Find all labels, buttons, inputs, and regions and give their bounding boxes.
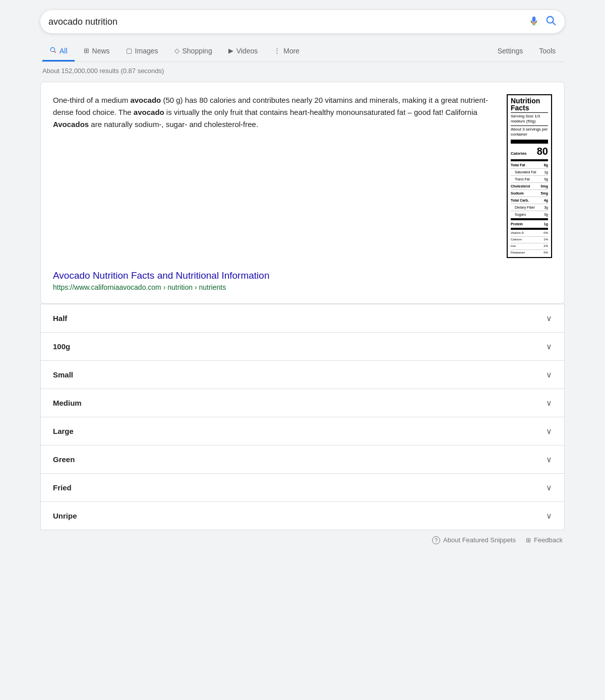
- snippet-link-title[interactable]: Avocado Nutrition Facts and Nutritional …: [53, 270, 552, 281]
- nutrition-label-image: Nutrition Facts Serving Size 1/3 medium …: [507, 94, 552, 258]
- tab-more[interactable]: ⋮ More: [267, 42, 307, 61]
- tab-tools[interactable]: Tools: [532, 42, 563, 61]
- accordion-row[interactable]: Medium∨: [40, 389, 565, 417]
- chevron-down-icon: ∨: [546, 511, 552, 521]
- footer-bar: ? About Featured Snippets ⊞ Feedback: [40, 530, 565, 550]
- chevron-down-icon: ∨: [546, 426, 552, 436]
- chevron-down-icon: ∨: [546, 455, 552, 464]
- accordion-label: Fried: [53, 483, 72, 492]
- accordion-label: Small: [53, 370, 73, 379]
- news-icon: ⊞: [84, 47, 89, 54]
- accordion-label: Medium: [53, 399, 82, 407]
- tab-settings-label: Settings: [498, 47, 523, 55]
- feedback-label: Feedback: [534, 536, 563, 544]
- mic-icon[interactable]: [528, 15, 539, 28]
- tab-all[interactable]: All: [42, 41, 75, 61]
- accordion-row[interactable]: 100g∨: [40, 333, 565, 361]
- question-icon: ?: [432, 536, 440, 544]
- tab-more-label: More: [283, 47, 299, 55]
- chevron-down-icon: ∨: [546, 370, 552, 379]
- more-icon: ⋮: [274, 47, 280, 54]
- videos-icon: ▶: [228, 47, 233, 54]
- tab-settings[interactable]: Settings: [491, 42, 530, 61]
- accordion-row[interactable]: Green∨: [40, 446, 565, 474]
- results-count: About 152,000,000 results (0.87 seconds): [40, 67, 565, 75]
- feedback-button[interactable]: ⊞ Feedback: [526, 536, 563, 544]
- tab-shopping[interactable]: ◇ Shopping: [167, 42, 219, 61]
- accordion-label: Unripe: [53, 512, 77, 520]
- all-icon: [49, 46, 56, 55]
- tab-shopping-label: Shopping: [183, 47, 212, 55]
- chevron-down-icon: ∨: [546, 342, 552, 351]
- accordion-row[interactable]: Small∨: [40, 361, 565, 389]
- accordion-label: Green: [53, 455, 75, 464]
- accordion-label: Half: [53, 314, 67, 323]
- search-bar: avocado nutrition: [40, 10, 565, 33]
- snippet-link-url: https://www.californiaavocado.com › nutr…: [53, 283, 552, 291]
- svg-line-4: [553, 22, 555, 25]
- chevron-down-icon: ∨: [546, 313, 552, 323]
- tab-tools-label: Tools: [539, 47, 556, 55]
- shopping-icon: ◇: [174, 47, 179, 54]
- svg-line-6: [54, 51, 56, 53]
- accordion-row[interactable]: Half∨: [40, 304, 565, 333]
- tab-news-label: News: [92, 47, 110, 55]
- tab-images[interactable]: ▢ Images: [119, 42, 165, 61]
- tab-videos[interactable]: ▶ Videos: [221, 42, 265, 61]
- tab-news[interactable]: ⊞ News: [77, 42, 117, 61]
- feedback-icon: ⊞: [526, 537, 531, 544]
- nav-tabs: All ⊞ News ▢ Images ◇ Shopping ▶ Videos …: [40, 41, 565, 62]
- tab-videos-label: Videos: [236, 47, 258, 55]
- accordion-label: Large: [53, 427, 74, 435]
- chevron-down-icon: ∨: [546, 398, 552, 408]
- tab-all-label: All: [59, 47, 68, 55]
- featured-snippets-label: About Featured Snippets: [443, 536, 516, 544]
- images-icon: ▢: [126, 47, 132, 54]
- accordion-row[interactable]: Large∨: [40, 417, 565, 446]
- snippet-text: One-third of a medium avocado (50 g) has…: [53, 94, 497, 258]
- about-featured-snippets[interactable]: ? About Featured Snippets: [432, 536, 516, 544]
- featured-snippet-card: One-third of a medium avocado (50 g) has…: [40, 82, 565, 304]
- tab-images-label: Images: [135, 47, 158, 55]
- chevron-down-icon: ∨: [546, 483, 552, 492]
- search-input[interactable]: avocado nutrition: [48, 17, 528, 27]
- search-icon[interactable]: [546, 15, 557, 28]
- accordion-row[interactable]: Unripe∨: [40, 502, 565, 530]
- accordion-container: Half∨100g∨Small∨Medium∨Large∨Green∨Fried…: [40, 304, 565, 530]
- accordion-row[interactable]: Fried∨: [40, 474, 565, 502]
- accordion-label: 100g: [53, 342, 70, 351]
